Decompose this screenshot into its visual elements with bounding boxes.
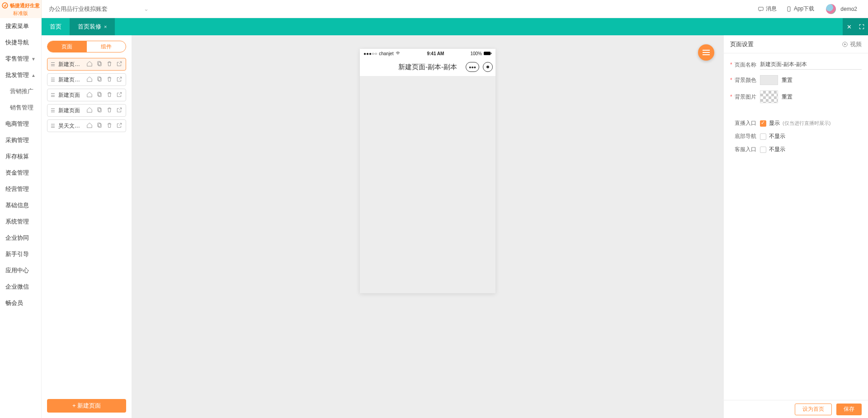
phone-body[interactable] <box>360 76 495 293</box>
copy-icon[interactable] <box>96 107 103 114</box>
live-checkbox[interactable] <box>760 120 766 127</box>
sidebar-item[interactable]: 应用中心 <box>0 262 41 279</box>
svg-rect-13 <box>484 52 491 55</box>
drag-handle-icon[interactable]: ☰ <box>50 62 56 67</box>
field-bgimage-label: 背景图片 <box>735 93 760 101</box>
service-checkbox[interactable] <box>760 147 766 153</box>
phone-status-bar: ●●●○○ chanjet 9:41 AM 100% <box>360 49 495 58</box>
svg-rect-3 <box>98 61 100 65</box>
bottomnav-checkbox[interactable] <box>760 133 766 140</box>
sidebar-item[interactable]: 采购管理 <box>0 132 41 148</box>
user-menu[interactable]: demo2 <box>819 4 868 14</box>
home-icon[interactable] <box>86 107 93 114</box>
canvas[interactable]: ●●●○○ chanjet 9:41 AM 100% 新建页面-副本-副本 <box>132 35 723 418</box>
sidebar-item-label: 快捷导航 <box>5 38 29 47</box>
expand-icon: ▲ <box>31 73 36 78</box>
sidebar-item[interactable]: 经营管理 <box>0 181 41 197</box>
sidebar-item[interactable]: 企业微信 <box>0 279 41 295</box>
external-link-icon[interactable] <box>116 91 123 99</box>
set-home-button[interactable]: 设为首页 <box>795 404 832 415</box>
trash-icon[interactable] <box>106 107 113 114</box>
video-link[interactable]: 视频 <box>842 40 862 48</box>
sidebar-item[interactable]: 电商管理 <box>0 116 41 132</box>
page-list-item[interactable]: ☰新建页面 <box>47 89 126 101</box>
sidebar-item[interactable]: 系统管理 <box>0 214 41 230</box>
sidebar-subitem[interactable]: 销售管理 <box>0 100 41 116</box>
save-button[interactable]: 保存 <box>836 404 862 415</box>
user-name: demo2 <box>840 6 863 12</box>
bgimage-swatch[interactable] <box>760 90 778 103</box>
tabs-bar: 首页首页装修× ✕ <box>42 18 868 35</box>
bgcolor-swatch[interactable] <box>760 75 778 85</box>
right-panel: 页面设置 视频 * 页面名称 * 背景颜色 <box>723 35 868 418</box>
brand-box[interactable]: 畅捷通好生意 标准版 <box>0 0 42 18</box>
page-name-input[interactable] <box>760 60 862 70</box>
drag-handle-icon[interactable]: ☰ <box>50 77 56 83</box>
copy-icon[interactable] <box>96 122 103 130</box>
svg-rect-14 <box>491 53 492 54</box>
app-download-label: App下载 <box>794 5 814 13</box>
floating-menu-button[interactable] <box>698 44 714 61</box>
sidebar-item[interactable]: 基础信息 <box>0 197 41 214</box>
sidebar-item-label: 库存核算 <box>5 152 29 161</box>
page-list-item[interactable]: ☰新建页面-副本 <box>47 73 126 86</box>
home-icon[interactable] <box>86 91 93 99</box>
copy-icon[interactable] <box>96 61 103 68</box>
sidebar-subitem[interactable]: 营销推广 <box>0 83 41 100</box>
page-list-item[interactable]: ☰昊天文具店 <box>47 119 126 132</box>
external-link-icon[interactable] <box>116 107 123 114</box>
trash-icon[interactable] <box>106 76 113 84</box>
app-download-button[interactable]: App下载 <box>781 5 819 13</box>
svg-rect-11 <box>98 123 100 126</box>
battery-icon <box>484 51 492 56</box>
hamburger-icon <box>703 50 710 55</box>
new-page-label: + 新建页面 <box>72 402 101 410</box>
sidebar-item[interactable]: 企业协同 <box>0 230 41 246</box>
page-list-item[interactable]: ☰新建页面 <box>47 104 126 117</box>
messages-button[interactable]: 消息 <box>753 5 781 13</box>
svg-rect-12 <box>99 124 101 127</box>
segment-component[interactable]: 组件 <box>87 41 126 52</box>
trash-icon[interactable] <box>106 122 113 130</box>
sidebar-item[interactable]: 畅会员 <box>0 295 41 311</box>
sidebar-item[interactable]: 资金管理 <box>0 165 41 181</box>
drag-handle-icon[interactable]: ☰ <box>50 108 56 114</box>
page-list-item[interactable]: ☰新建页面-副本-... <box>47 58 126 71</box>
tab[interactable]: 首页装修× <box>70 18 115 35</box>
fullscreen-button[interactable] <box>855 18 868 35</box>
external-link-icon[interactable] <box>116 76 123 84</box>
segment-page[interactable]: 页面 <box>47 41 87 52</box>
sidebar-item[interactable]: 批发管理▲ <box>0 67 41 83</box>
account-selector[interactable]: 办公用品行业模拟账套 ⌄ <box>42 5 156 13</box>
tab-close-button[interactable]: ✕ <box>843 18 855 35</box>
bgcolor-reset[interactable]: 重置 <box>782 76 793 84</box>
sidebar-item[interactable]: 快捷导航 <box>0 34 41 51</box>
sidebar-item[interactable]: 新手引导 <box>0 246 41 262</box>
home-icon[interactable] <box>86 76 93 84</box>
new-page-button[interactable]: + 新建页面 <box>47 399 126 413</box>
external-link-icon[interactable] <box>116 122 123 130</box>
sidebar-item[interactable]: 库存核算 <box>0 148 41 165</box>
trash-icon[interactable] <box>106 61 113 68</box>
phone-title: 新建页面-副本-副本 <box>398 63 457 71</box>
tab[interactable]: 首页 <box>42 18 70 35</box>
sidebar-item[interactable]: 搜索菜单 <box>0 18 41 34</box>
drag-handle-icon[interactable]: ☰ <box>50 92 56 98</box>
sidebar-item[interactable]: 零售管理▼ <box>0 51 41 67</box>
field-live-label: 直播入口 <box>735 119 760 127</box>
home-icon[interactable] <box>86 61 93 68</box>
drag-handle-icon[interactable]: ☰ <box>50 123 56 129</box>
close-icon[interactable]: × <box>104 24 107 29</box>
svg-rect-8 <box>99 93 101 96</box>
video-link-label: 视频 <box>850 40 862 48</box>
copy-icon[interactable] <box>96 91 103 99</box>
home-icon[interactable] <box>86 122 93 130</box>
external-link-icon[interactable] <box>116 61 123 68</box>
phone-icon <box>786 6 792 12</box>
bgimage-reset[interactable]: 重置 <box>782 93 793 101</box>
copy-icon[interactable] <box>96 76 103 84</box>
sidebar-item-label: 企业微信 <box>5 283 29 291</box>
wifi-icon <box>395 51 401 56</box>
trash-icon[interactable] <box>106 91 113 99</box>
avatar <box>826 4 836 14</box>
